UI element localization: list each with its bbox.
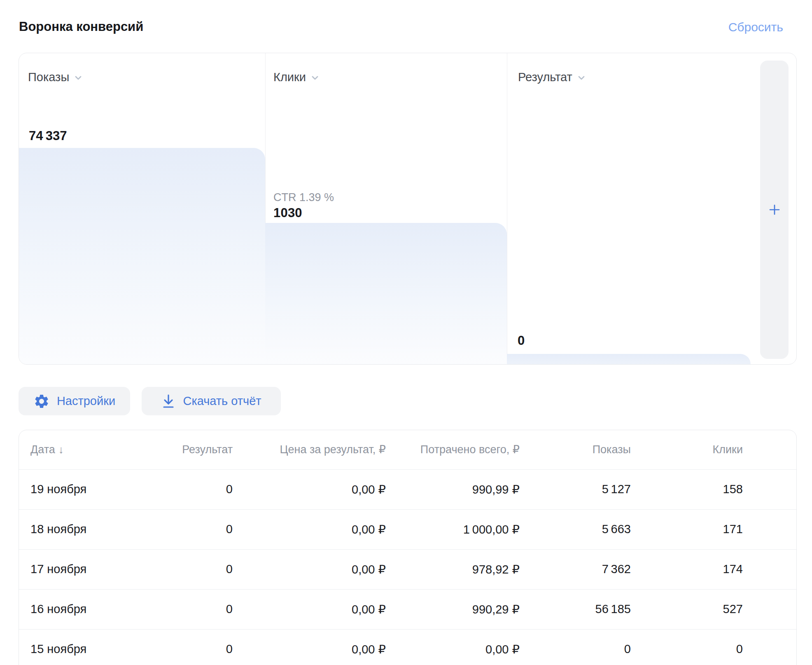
plus-icon <box>768 203 782 217</box>
cell-spent-total: 978,92 ₽ <box>386 549 520 589</box>
cell-clicks: 171 <box>631 509 796 549</box>
cell-clicks: 527 <box>631 589 796 629</box>
funnel-bar-result <box>507 354 751 364</box>
cell-result: 0 <box>175 469 233 509</box>
add-column-rail[interactable] <box>760 61 789 359</box>
settings-button[interactable]: Настройки <box>19 387 130 415</box>
stats-table-card: Дата↓ Результат Цена за результат, ₽ Пот… <box>19 430 797 665</box>
funnel-metric-selector-result[interactable]: Результат <box>518 70 586 84</box>
download-button-label: Скачать отчёт <box>183 395 261 407</box>
settings-button-label: Настройки <box>57 395 115 407</box>
clicks-value: 1030 <box>273 206 302 219</box>
header-date[interactable]: Дата↓ <box>19 430 175 469</box>
cell-impressions: 0 <box>520 629 631 665</box>
table-row: 18 ноября 0 0,00 ₽ 1 000,00 ₽ 5 663 171 <box>19 509 796 549</box>
cell-date: 16 ноября <box>19 589 175 629</box>
funnel-bar-impressions <box>19 148 265 364</box>
cell-result: 0 <box>175 549 233 589</box>
funnel-metric-selector-clicks[interactable]: Клики <box>273 70 320 84</box>
cell-clicks: 174 <box>631 549 796 589</box>
toolbar: Настройки Скачать отчёт <box>19 387 281 415</box>
table-row: 19 ноября 0 0,00 ₽ 990,99 ₽ 5 127 158 <box>19 469 796 509</box>
cell-result: 0 <box>175 589 233 629</box>
cell-date: 18 ноября <box>19 509 175 549</box>
header-impressions: Показы <box>520 430 631 469</box>
cell-cost-per-result: 0,00 ₽ <box>233 589 386 629</box>
funnel-card: Показы 74 337 Клики CTR 1.39 % 1030 Резу… <box>19 53 797 365</box>
cell-cost-per-result: 0,00 ₽ <box>233 629 386 665</box>
header-date-label: Дата <box>30 443 55 456</box>
header-clicks: Клики <box>631 430 796 469</box>
table-header-row: Дата↓ Результат Цена за результат, ₽ Пот… <box>19 430 796 469</box>
cell-impressions: 5 127 <box>520 469 631 509</box>
cell-impressions: 56 185 <box>520 589 631 629</box>
cell-clicks: 0 <box>631 629 796 665</box>
funnel-column-label: Клики <box>273 71 306 83</box>
reset-link[interactable]: Сбросить <box>728 21 783 33</box>
chevron-down-icon <box>73 73 83 83</box>
cell-result: 0 <box>175 629 233 665</box>
cell-cost-per-result: 0,00 ₽ <box>233 469 386 509</box>
cell-spent-total: 0,00 ₽ <box>386 629 520 665</box>
cell-date: 17 ноября <box>19 549 175 589</box>
cell-impressions: 7 362 <box>520 549 631 589</box>
column-divider <box>507 53 507 364</box>
cell-cost-per-result: 0,00 ₽ <box>233 509 386 549</box>
page-title: Воронка конверсий <box>19 20 143 33</box>
cell-result: 0 <box>175 509 233 549</box>
ctr-label: CTR 1.39 % <box>273 192 334 203</box>
cell-clicks: 158 <box>631 469 796 509</box>
cell-spent-total: 990,29 ₽ <box>386 589 520 629</box>
cell-spent-total: 990,99 ₽ <box>386 469 520 509</box>
chevron-down-icon <box>310 73 320 83</box>
chevron-down-icon <box>576 73 586 83</box>
sort-desc-icon: ↓ <box>58 443 64 456</box>
cell-impressions: 5 663 <box>520 509 631 549</box>
funnel-column-label: Результат <box>518 71 572 83</box>
download-report-button[interactable]: Скачать отчёт <box>142 387 281 415</box>
cell-spent-total: 1 000,00 ₽ <box>386 509 520 549</box>
header-cost-per-result: Цена за результат, ₽ <box>233 430 386 469</box>
table-row: 16 ноября 0 0,00 ₽ 990,29 ₽ 56 185 527 <box>19 589 796 629</box>
result-value: 0 <box>518 334 525 347</box>
cell-cost-per-result: 0,00 ₽ <box>233 549 386 589</box>
cell-date: 15 ноября <box>19 629 175 665</box>
header-result: Результат <box>175 430 233 469</box>
stats-table: Дата↓ Результат Цена за результат, ₽ Пот… <box>19 430 796 665</box>
funnel-column-label: Показы <box>28 71 69 83</box>
table-row: 17 ноября 0 0,00 ₽ 978,92 ₽ 7 362 174 <box>19 549 796 589</box>
funnel-bar-clicks <box>265 223 507 364</box>
gear-icon <box>33 393 50 410</box>
header-spent-total: Потрачено всего, ₽ <box>386 430 520 469</box>
cell-date: 19 ноября <box>19 469 175 509</box>
table-row: 15 ноября 0 0,00 ₽ 0,00 ₽ 0 0 <box>19 629 796 665</box>
impressions-value: 74 337 <box>29 129 67 142</box>
funnel-metric-selector-impressions[interactable]: Показы <box>28 70 83 84</box>
download-icon <box>161 393 176 409</box>
